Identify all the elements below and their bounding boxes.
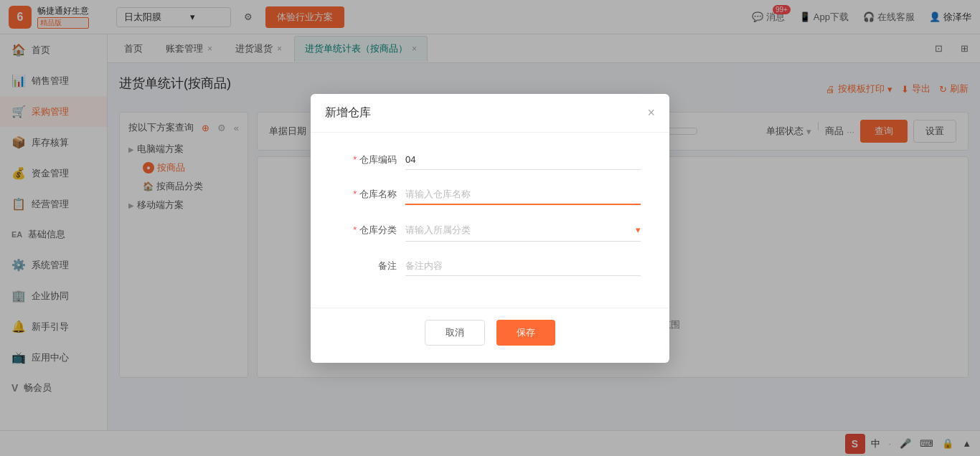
warehouse-note-input[interactable] — [405, 256, 641, 276]
modal-header: 新增仓库 × — [311, 94, 669, 133]
warehouse-category-select[interactable]: 请输入所属分类 ▾ — [405, 219, 641, 242]
form-label-note: 备注 — [339, 260, 397, 272]
form-row-note: 备注 — [339, 256, 641, 276]
form-label-category: 仓库分类 — [339, 224, 397, 237]
cancel-button[interactable]: 取消 — [425, 320, 485, 346]
modal-dialog: 新增仓库 × 仓库编码 仓库名称 仓库分类 请输入所属分类 ▾ — [311, 94, 669, 363]
form-row-code: 仓库编码 — [339, 150, 641, 170]
modal-close-button[interactable]: × — [647, 105, 655, 120]
form-row-name: 仓库名称 — [339, 184, 641, 205]
modal-footer: 取消 保存 — [311, 308, 669, 363]
modal-title: 新增仓库 — [325, 105, 371, 120]
warehouse-code-input[interactable] — [405, 150, 641, 170]
form-label-name: 仓库名称 — [339, 188, 397, 201]
category-dropdown-icon: ▾ — [636, 224, 641, 235]
modal-overlay[interactable]: 新增仓库 × 仓库编码 仓库名称 仓库分类 请输入所属分类 ▾ — [0, 0, 980, 456]
form-row-category: 仓库分类 请输入所属分类 ▾ — [339, 219, 641, 242]
save-button[interactable]: 保存 — [496, 320, 555, 346]
warehouse-name-input[interactable] — [405, 184, 641, 205]
form-label-code: 仓库编码 — [339, 153, 397, 166]
modal-body: 仓库编码 仓库名称 仓库分类 请输入所属分类 ▾ 备注 — [311, 133, 669, 308]
